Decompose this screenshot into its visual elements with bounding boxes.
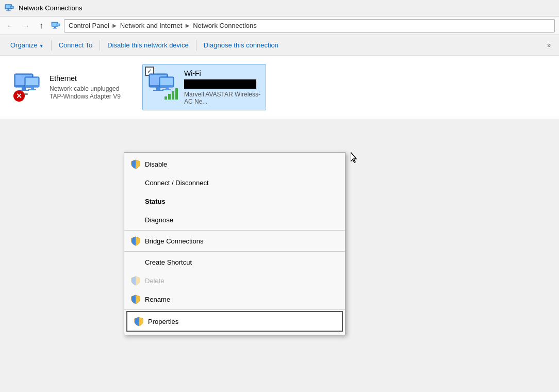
ethernet-icon: ✕ (12, 72, 43, 103)
svg-rect-18 (31, 87, 34, 89)
back-button[interactable]: ← (4, 20, 17, 32)
ctx-status-label: Status (145, 198, 166, 205)
wifi-bars (165, 88, 178, 102)
wifi-info: Wi-Fi Marvell AVASTAR Wireless-AC Ne... (184, 69, 261, 105)
wifi-adapter: Marvell AVASTAR Wireless-AC Ne... (184, 91, 261, 105)
organize-button[interactable]: Organize▼ (4, 38, 50, 52)
svg-rect-26 (153, 90, 163, 91)
shield-icon-properties (134, 316, 144, 326)
ethernet-name: Ethernet (50, 74, 128, 83)
svg-rect-5 (11, 6, 13, 8)
wifi-icon (147, 72, 178, 103)
ctx-rename[interactable]: Rename (124, 290, 345, 308)
folder-icon (51, 21, 61, 31)
svg-rect-11 (57, 24, 60, 25)
ethernet-adapter: TAP-Windows Adapter V9 (50, 93, 128, 100)
ctx-shortcut-label: Create Shortcut (145, 258, 192, 266)
diagnose-button[interactable]: Diagnose this connection (198, 38, 285, 52)
svg-rect-14 (22, 87, 26, 90)
svg-rect-33 (172, 91, 174, 100)
ctx-delete-label: Delete (145, 277, 165, 285)
toolbar-separator-1 (51, 40, 52, 51)
toolbar-separator-2 (100, 40, 100, 51)
ctx-sep-2 (124, 251, 345, 252)
wifi-connection[interactable]: ✓ (142, 64, 266, 110)
ctx-connect[interactable]: Connect / Disconnect (124, 173, 345, 192)
ctx-sep-3 (124, 309, 345, 310)
connect-to-button[interactable]: Connect To (53, 38, 99, 52)
svg-rect-28 (160, 78, 173, 85)
ctx-disable[interactable]: Disable (124, 155, 345, 173)
forward-button[interactable]: → (20, 20, 32, 32)
shield-icon-delete (130, 275, 141, 286)
svg-marker-35 (351, 152, 356, 162)
ctx-delete: Delete (124, 271, 345, 290)
ctx-diagnose[interactable]: Diagnose (124, 210, 345, 229)
main-area: ✕ Ethernet Network cable unplugged TAP-W… (0, 56, 559, 119)
path-network-connections: Network Connections (193, 22, 257, 29)
ctx-properties-label: Properties (148, 318, 178, 325)
ctx-properties[interactable]: Properties (126, 311, 343, 332)
spacer-2 (130, 196, 141, 206)
spacer-1 (130, 177, 141, 188)
ctx-shortcut[interactable]: Create Shortcut (124, 253, 345, 271)
ethernet-status: Network cable unplugged (50, 85, 128, 93)
svg-rect-17 (26, 78, 38, 85)
shield-icon-rename (130, 294, 141, 304)
toolbar-separator-3 (196, 40, 196, 51)
path-control-panel: Control Panel (69, 22, 109, 29)
ctx-connect-label: Connect / Disconnect (145, 179, 209, 187)
spacer-4 (130, 257, 141, 267)
title-bar-icon (4, 3, 14, 13)
svg-rect-3 (6, 10, 10, 11)
svg-rect-2 (8, 9, 9, 10)
ctx-bridge[interactable]: Bridge Connections (124, 232, 345, 250)
shield-icon-disable (130, 159, 141, 169)
ctx-sep-1 (124, 230, 345, 231)
up-button[interactable]: ↑ (35, 20, 47, 32)
wifi-name: Wi-Fi (184, 69, 261, 77)
ctx-rename-label: Rename (145, 296, 170, 303)
ethernet-connection[interactable]: ✕ Ethernet Network cable unplugged TAP-W… (8, 64, 132, 110)
mouse-cursor (351, 152, 357, 162)
svg-rect-19 (28, 89, 36, 90)
ctx-diagnose-label: Diagnose (145, 216, 173, 224)
svg-rect-34 (175, 88, 178, 100)
disable-button[interactable]: Disable this network device (101, 38, 195, 52)
spacer-3 (130, 215, 141, 225)
svg-rect-25 (156, 87, 160, 90)
title-bar: Network Connections (0, 0, 559, 17)
ethernet-info: Ethernet Network cable unplugged TAP-Win… (50, 74, 128, 101)
ctx-disable-label: Disable (145, 160, 167, 168)
shield-icon-bridge (130, 236, 141, 246)
wifi-ssid (184, 79, 256, 89)
error-badge: ✕ (13, 90, 25, 102)
svg-rect-32 (168, 94, 171, 100)
ctx-status[interactable]: Status (124, 192, 345, 210)
address-path[interactable]: Control Panel ► Network and Internet ► N… (64, 19, 555, 32)
path-network-internet: Network and Internet (120, 22, 183, 29)
svg-rect-9 (53, 28, 57, 28)
address-bar: ← → ↑ Control Panel ► Network and Intern… (0, 17, 559, 35)
toolbar: Organize▼ Connect To Disable this networ… (0, 35, 559, 56)
toolbar-more-button[interactable]: » (543, 39, 555, 52)
ctx-bridge-label: Bridge Connections (145, 237, 203, 245)
title-bar-text: Network Connections (19, 4, 83, 12)
svg-rect-8 (54, 26, 56, 28)
context-menu: Disable Connect / Disconnect Status Diag… (124, 152, 346, 335)
svg-rect-31 (165, 96, 167, 100)
